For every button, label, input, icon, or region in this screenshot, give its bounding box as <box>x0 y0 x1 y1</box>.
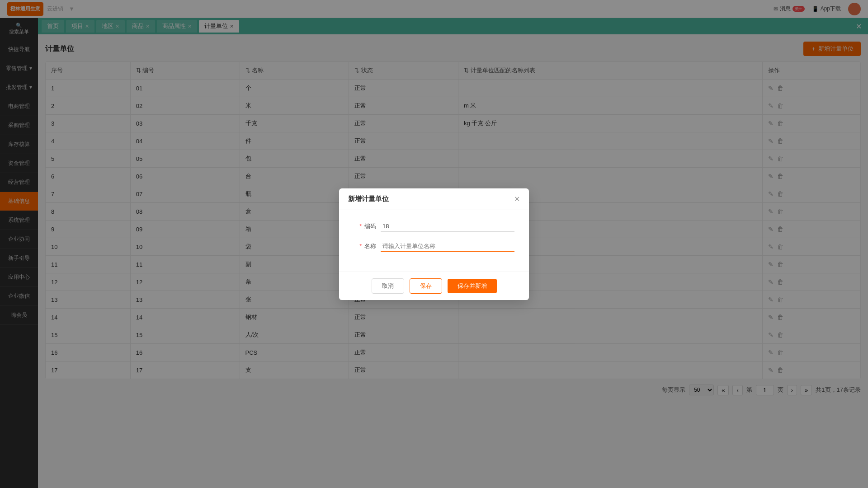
name-label: * 名称 <box>354 242 376 250</box>
save-button[interactable]: 保存 <box>410 278 442 294</box>
add-unit-modal: 新增计量单位 ✕ * 编码 * 名称 取消 保存 保存并新增 <box>339 188 529 300</box>
form-row-name: * 名称 <box>354 241 514 252</box>
save-and-new-button[interactable]: 保存并新增 <box>448 279 497 293</box>
form-row-code: * 编码 <box>354 221 514 232</box>
modal-body: * 编码 * 名称 <box>339 210 529 272</box>
modal-close-button[interactable]: ✕ <box>514 195 520 203</box>
modal-footer: 取消 保存 保存并新增 <box>339 272 529 300</box>
name-input[interactable] <box>381 241 514 252</box>
modal-overlay: 新增计量单位 ✕ * 编码 * 名称 取消 保存 保存并新增 <box>0 0 868 488</box>
code-input[interactable] <box>381 221 514 232</box>
code-label: * 编码 <box>354 222 376 230</box>
modal-header: 新增计量单位 ✕ <box>339 188 529 210</box>
cancel-button[interactable]: 取消 <box>372 278 404 294</box>
modal-title: 新增计量单位 <box>348 195 389 203</box>
